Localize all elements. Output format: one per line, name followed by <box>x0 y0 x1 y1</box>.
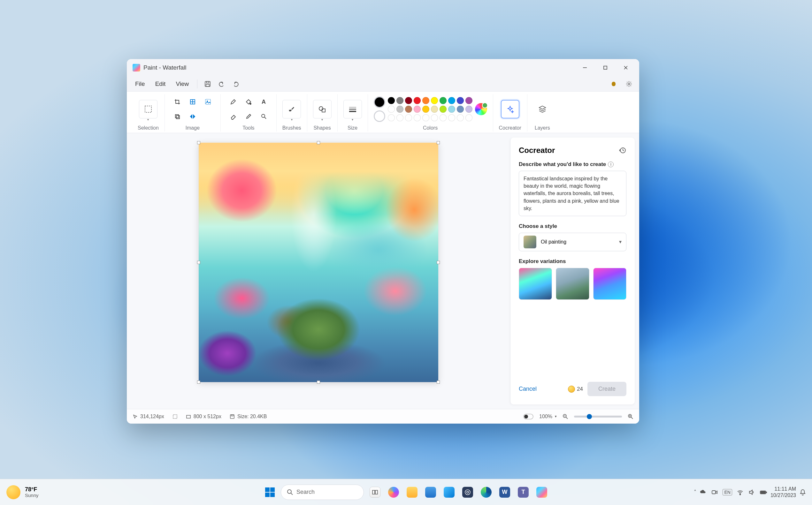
size-dropdown[interactable]: ▾ <box>344 100 362 119</box>
zoom-slider[interactable] <box>574 415 622 417</box>
select-tool[interactable]: ▾ <box>139 100 157 119</box>
menu-edit[interactable]: Edit <box>151 78 170 90</box>
settings-icon[interactable] <box>623 77 635 90</box>
color-swatch[interactable] <box>405 106 412 113</box>
history-icon[interactable] <box>619 147 627 154</box>
tray-battery-icon[interactable] <box>760 489 767 496</box>
shapes-dropdown[interactable]: ▾ <box>313 100 331 119</box>
taskbar-task-view[interactable] <box>368 485 382 500</box>
brushes-dropdown[interactable]: ▾ <box>282 100 301 119</box>
picker-tool[interactable] <box>242 110 255 123</box>
eraser-tool[interactable] <box>227 110 240 123</box>
taskbar-weather[interactable]: 78°F Sunny <box>0 485 39 499</box>
variation-1[interactable] <box>519 268 552 300</box>
menu-view[interactable]: View <box>171 78 193 90</box>
color-swatch[interactable] <box>422 114 429 121</box>
color-swatch[interactable] <box>439 106 446 113</box>
crop-tool[interactable] <box>170 95 184 109</box>
color-swatch[interactable] <box>388 97 395 104</box>
color-swatch[interactable] <box>465 114 472 121</box>
color-swatch[interactable] <box>396 97 403 104</box>
color-swatch[interactable] <box>405 97 412 104</box>
taskbar-paint[interactable] <box>534 485 549 500</box>
zoom-level-dropdown[interactable]: 100% ▾ <box>539 414 557 419</box>
magnifier-tool[interactable] <box>257 110 271 123</box>
taskbar-explorer[interactable] <box>405 485 419 500</box>
color-swatch[interactable] <box>457 106 464 113</box>
create-button[interactable]: Create <box>587 382 627 396</box>
color-swatch[interactable] <box>448 106 455 113</box>
color-swatch[interactable] <box>448 97 455 104</box>
resize-handle[interactable] <box>437 261 440 264</box>
taskbar-store[interactable] <box>423 485 438 500</box>
minimize-button[interactable] <box>575 61 595 75</box>
taskbar-edge[interactable] <box>479 485 494 500</box>
taskbar-word[interactable]: W <box>497 485 512 500</box>
resize-handle[interactable] <box>437 380 440 384</box>
start-button[interactable] <box>263 485 277 499</box>
prompt-textarea[interactable]: Fantastical landscape inspired by the be… <box>519 171 627 216</box>
color-swatch[interactable] <box>422 106 429 113</box>
resize-handle[interactable] <box>317 141 320 144</box>
color-swatch[interactable] <box>439 97 446 104</box>
resize-handle[interactable] <box>197 141 200 144</box>
rotate-tool[interactable] <box>170 110 184 123</box>
color-swatch[interactable] <box>431 114 438 121</box>
resize-handle[interactable] <box>197 261 200 264</box>
color-swatch[interactable] <box>431 97 438 104</box>
color-swatch[interactable] <box>388 114 395 121</box>
taskbar-search[interactable]: Search <box>281 485 364 500</box>
notifications-icon[interactable] <box>799 489 806 496</box>
menu-file[interactable]: File <box>131 78 149 90</box>
color-swatch[interactable] <box>396 106 403 113</box>
secondary-color[interactable] <box>374 111 385 122</box>
taskbar-photos[interactable] <box>442 485 456 500</box>
tray-chevron-icon[interactable]: ˄ <box>694 489 696 495</box>
info-icon[interactable]: i <box>608 162 614 167</box>
variation-3[interactable] <box>593 268 627 300</box>
zoom-slider-thumb[interactable] <box>587 414 592 419</box>
color-swatch[interactable] <box>431 106 438 113</box>
tray-volume-icon[interactable] <box>748 489 755 496</box>
color-swatch[interactable] <box>465 97 472 104</box>
tray-wifi-icon[interactable] <box>736 489 743 496</box>
pencil-tool[interactable] <box>227 95 240 109</box>
tray-meet-now-icon[interactable] <box>711 489 718 496</box>
primary-color[interactable] <box>374 97 385 108</box>
color-swatch[interactable] <box>396 114 403 121</box>
tray-language-icon[interactable]: EN <box>722 489 732 495</box>
taskbar-copilot[interactable] <box>386 485 401 500</box>
color-swatch[interactable] <box>414 97 421 104</box>
save-button[interactable] <box>201 77 214 90</box>
cancel-button[interactable]: Cancel <box>519 386 537 392</box>
edit-colors-button[interactable] <box>475 103 487 115</box>
fill-tool[interactable] <box>242 95 255 109</box>
color-swatch[interactable] <box>405 114 412 121</box>
cocreator-button[interactable] <box>501 100 519 119</box>
zoom-in-button[interactable] <box>628 414 634 419</box>
resize-handle[interactable] <box>317 380 320 384</box>
resize-handle[interactable] <box>197 380 200 384</box>
color-swatch[interactable] <box>439 114 446 121</box>
text-tool[interactable]: A <box>257 95 271 109</box>
taskbar-teams[interactable]: T <box>516 485 531 500</box>
style-dropdown[interactable]: Oil painting ▾ <box>519 233 627 251</box>
taskbar-settings[interactable] <box>460 485 475 500</box>
zoom-out-button[interactable] <box>562 414 568 419</box>
taskbar-clock[interactable]: 11:11 AM 10/27/2023 <box>771 486 796 498</box>
color-swatch[interactable] <box>457 114 464 121</box>
fit-toggle[interactable] <box>523 414 533 419</box>
color-swatch[interactable] <box>388 106 395 113</box>
remove-bg-tool[interactable] <box>201 95 215 109</box>
resize-tool[interactable] <box>186 95 199 109</box>
undo-button[interactable] <box>215 77 228 90</box>
close-button[interactable] <box>616 61 636 75</box>
copilot-icon[interactable] <box>607 77 620 90</box>
variation-2[interactable] <box>556 268 589 300</box>
canvas-area[interactable] <box>127 133 510 409</box>
color-swatch[interactable] <box>448 114 455 121</box>
resize-handle[interactable] <box>437 141 440 144</box>
color-swatch[interactable] <box>414 106 421 113</box>
flip-tool[interactable] <box>186 110 199 123</box>
layers-button[interactable] <box>533 100 552 119</box>
